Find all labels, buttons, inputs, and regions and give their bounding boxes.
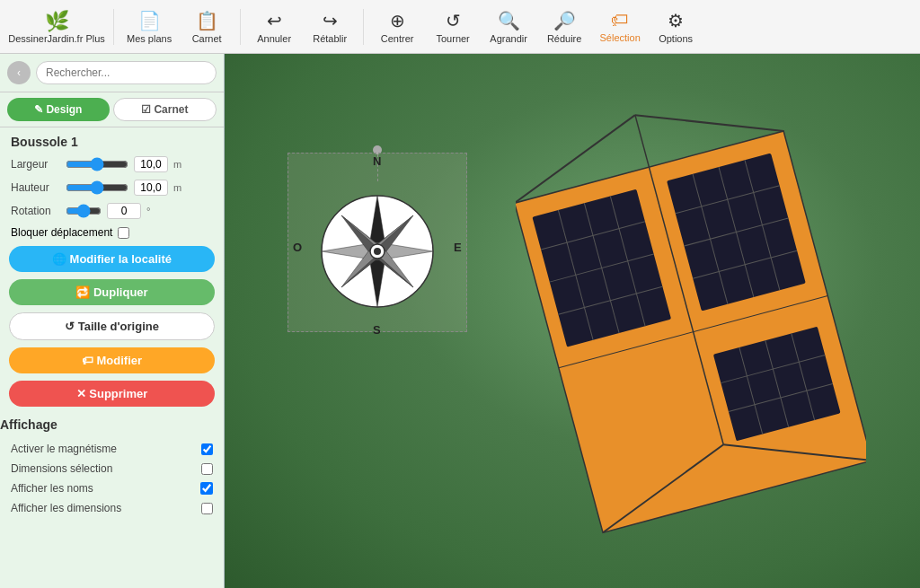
search-input[interactable] — [36, 61, 217, 84]
hauteur-row: Hauteur 10,0 m — [0, 176, 224, 199]
map-area[interactable]: N S E O — [225, 54, 920, 588]
back-button[interactable]: ‹ — [7, 61, 31, 84]
hauteur-value[interactable]: 10,0 — [134, 180, 168, 196]
rotation-label: Rotation — [11, 205, 60, 217]
rotation-value[interactable]: 0 — [107, 203, 141, 219]
compass-south: S — [373, 323, 381, 337]
toolbar-separator-2 — [240, 9, 241, 45]
dimensions-row: Dimensions sélection — [0, 459, 224, 478]
brand-icon: 🌿 — [45, 10, 69, 33]
sidebar-header: ‹ — [0, 54, 224, 92]
retablir-icon: ↪ — [323, 10, 338, 31]
tab-bar: ✎ Design ☑ Carnet — [0, 92, 224, 127]
dim-row: Afficher les dimensions — [0, 498, 224, 518]
compass-west: O — [293, 241, 302, 254]
rotation-row: Rotation 0 ° — [0, 199, 224, 223]
brand-name: DessinerJardin.fr Plus — [8, 33, 105, 44]
centrer-label: Centrer — [381, 33, 414, 44]
tab-design[interactable]: ✎ Design — [7, 98, 110, 121]
retablir-button[interactable]: ↪ Rétablir — [304, 6, 356, 48]
tourner-icon: ↺ — [446, 10, 461, 31]
building-svg — [516, 90, 866, 557]
dimensions-label: Dimensions sélection — [11, 462, 196, 475]
dimensions-checkbox[interactable] — [201, 463, 213, 475]
options-icon: ⚙ — [668, 10, 684, 31]
main-content: ‹ ✎ Design ☑ Carnet Boussole 1 Largeur 1… — [0, 54, 920, 588]
selection-label: Sélection — [600, 32, 641, 43]
svg-point-14 — [374, 248, 381, 255]
toolbar: 🌿 DessinerJardin.fr Plus 📄 Mes plans 📋 C… — [0, 0, 920, 54]
annuler-button[interactable]: ↩ Annuler — [248, 6, 300, 48]
largeur-label: Largeur — [11, 158, 60, 171]
centrer-button[interactable]: ⊕ Centrer — [371, 6, 423, 48]
compass-east: E — [454, 241, 462, 254]
toolbar-separator-3 — [363, 9, 364, 45]
dim-checkbox[interactable] — [201, 503, 213, 514]
dupliquer-button[interactable]: 🔁 Dupliquer — [9, 279, 215, 305]
largeur-slider[interactable] — [66, 157, 128, 171]
supprimer-button[interactable]: ✕ Supprimer — [9, 381, 215, 407]
tourner-label: Tourner — [436, 33, 469, 44]
hauteur-label: Hauteur — [11, 181, 60, 194]
mes-plans-button[interactable]: 📄 Mes plans — [121, 6, 177, 48]
bloquer-checkbox[interactable] — [118, 227, 129, 239]
bloquer-label: Bloquer déplacement — [11, 226, 112, 239]
annuler-label: Annuler — [257, 33, 291, 44]
retablir-label: Rétablir — [313, 33, 347, 44]
section-boussole: Boussole 1 — [0, 127, 224, 153]
magnetisme-checkbox[interactable] — [201, 443, 213, 455]
compass-rose-svg — [305, 180, 449, 323]
carnet-icon: 📋 — [196, 10, 218, 31]
carnet-button[interactable]: 📋 Carnet — [181, 6, 233, 48]
reduire-icon: 🔍 — [553, 10, 576, 31]
rotation-slider[interactable] — [66, 204, 102, 218]
dim-label: Afficher les dimensions — [11, 502, 196, 514]
compass-container[interactable]: N S E O — [279, 126, 458, 332]
largeur-value[interactable]: 10,0 — [134, 156, 168, 172]
hauteur-unit: m — [173, 182, 181, 193]
options-label: Options — [659, 33, 693, 44]
magnetisme-row: Activer le magnétisme — [0, 439, 224, 459]
noms-label: Afficher les noms — [11, 482, 195, 495]
building-container[interactable] — [516, 90, 866, 557]
magnetisme-label: Activer le magnétisme — [11, 443, 196, 455]
options-button[interactable]: ⚙ Options — [650, 6, 702, 48]
rotation-unit: ° — [146, 206, 150, 216]
modifier-button[interactable]: 🏷 Modifier — [9, 347, 215, 373]
selection-button[interactable]: 🏷 Sélection — [594, 6, 646, 47]
sidebar: ‹ ✎ Design ☑ Carnet Boussole 1 Largeur 1… — [0, 54, 225, 588]
centrer-icon: ⊕ — [390, 10, 405, 31]
modifier-localite-button[interactable]: 🌐 Modifier la localité — [9, 246, 215, 272]
compass-north: N — [373, 154, 381, 168]
annuler-icon: ↩ — [267, 10, 282, 31]
noms-row: Afficher les noms — [0, 478, 224, 498]
taille-origine-button[interactable]: ↺ Taille d'origine — [9, 312, 215, 340]
bloquer-row: Bloquer déplacement — [0, 223, 224, 242]
tab-carnet[interactable]: ☑ Carnet — [113, 98, 217, 121]
largeur-row: Largeur 10,0 m — [0, 153, 224, 176]
selection-icon: 🏷 — [611, 10, 629, 31]
noms-checkbox[interactable] — [200, 482, 213, 495]
agrandir-button[interactable]: 🔍 Agrandir — [482, 6, 535, 48]
mes-plans-label: Mes plans — [127, 33, 172, 44]
brand[interactable]: 🌿 DessinerJardin.fr Plus — [7, 10, 106, 44]
agrandir-label: Agrandir — [490, 33, 527, 44]
affichage-title: Affichage — [0, 410, 224, 439]
carnet-label: Carnet — [192, 33, 222, 44]
reduire-label: Réduire — [547, 33, 582, 44]
tourner-button[interactable]: ↺ Tourner — [427, 6, 479, 48]
mes-plans-icon: 📄 — [138, 10, 161, 31]
agrandir-icon: 🔍 — [498, 10, 520, 31]
hauteur-slider[interactable] — [66, 180, 128, 195]
reduire-button[interactable]: 🔍 Réduire — [538, 6, 590, 48]
toolbar-separator — [113, 9, 114, 45]
largeur-unit: m — [173, 159, 181, 170]
